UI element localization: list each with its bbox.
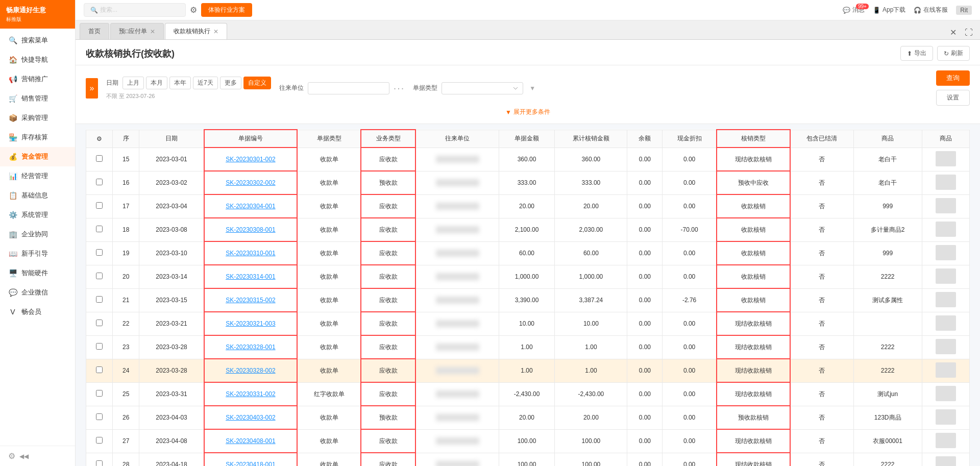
filter-expand-button[interactable]: » [86, 78, 98, 99]
bill-no-link[interactable]: SK-20230328-002 [226, 367, 275, 374]
tab-receipt-exec[interactable]: 收款核销执行 ✕ [165, 23, 227, 39]
bill-no-link[interactable]: SK-20230321-003 [226, 320, 275, 327]
bill-no-link[interactable]: SK-20230315-002 [226, 297, 275, 304]
sidebar-item-enterprise[interactable]: 🏢企业协同 [0, 225, 75, 244]
bill-no-link[interactable]: SK-20230408-001 [226, 437, 275, 445]
date-7days[interactable]: 近7天 [193, 77, 218, 89]
cell-bill-amount: 10.00 [499, 312, 555, 335]
cell-product: 衣服00001 [853, 429, 922, 453]
partner-filter-input[interactable] [308, 82, 389, 94]
table-row[interactable]: 20 2023-03-14 SK-20230314-001 收款单 应收款 ██… [86, 265, 970, 288]
cell-checkbox[interactable] [86, 148, 113, 171]
table-row[interactable]: 16 2023-03-02 SK-20230302-002 收款单 预收款 ██… [86, 171, 970, 194]
cell-balance: 0.00 [627, 382, 663, 406]
settings-icon[interactable]: ⚙ [8, 451, 15, 461]
cell-checkbox[interactable] [86, 194, 113, 218]
date-more[interactable]: 更多 [220, 77, 241, 89]
sidebar-item-marketing[interactable]: 📢营销推广 [0, 69, 75, 89]
date-custom[interactable]: 自定义 [243, 77, 271, 89]
col-settings-header[interactable]: ⚙ [86, 130, 113, 148]
table-row[interactable]: 15 2023-03-01 SK-20230301-002 收款单 应收款 ██… [86, 148, 970, 171]
cell-checkbox[interactable] [86, 406, 113, 429]
cell-checkbox[interactable] [86, 171, 113, 194]
table-row[interactable]: 18 2023-03-08 SK-20230308-001 收款单 应收款 ██… [86, 218, 970, 241]
table-row[interactable]: 26 2023-04-03 SK-20230403-002 收款单 预收款 ██… [86, 406, 970, 429]
cell-checkbox[interactable] [86, 218, 113, 241]
tab-expand-button[interactable]: ⛶ [962, 27, 976, 38]
tab-pre-receipt[interactable]: 预□应付单 ✕ [110, 23, 164, 39]
sidebar-item-purchase[interactable]: 📦采购管理 [0, 108, 75, 128]
tab-home[interactable]: 首页 [80, 23, 109, 39]
bill-no-link[interactable]: SK-20230310-001 [226, 250, 275, 257]
table-row[interactable]: 22 2023-03-21 SK-20230321-003 收款单 应收款 ██… [86, 312, 970, 335]
cell-checkbox[interactable] [86, 265, 113, 288]
expand-more-btn[interactable]: ▼ 展开更多条件 [86, 106, 970, 118]
tab-close-button[interactable]: ✕ [947, 27, 960, 38]
table-row[interactable]: 27 2023-04-08 SK-20230408-001 收款单 应收款 ██… [86, 429, 970, 453]
cell-partner: ██████████ [415, 171, 499, 194]
cell-cum-cancel: 1.00 [555, 335, 627, 359]
table-row[interactable]: 24 2023-03-28 SK-20230328-002 收款单 应收款 ██… [86, 359, 970, 382]
sidebar-item-guide[interactable]: 📖新手引导 [0, 244, 75, 263]
cell-checkbox[interactable] [86, 241, 113, 265]
messages-item[interactable]: 💬 消息 99+ [843, 6, 865, 14]
refresh-button[interactable]: ↻ 刷新 [937, 46, 970, 61]
table-row[interactable]: 17 2023-03-04 SK-20230304-001 收款单 应收款 ██… [86, 194, 970, 218]
bill-no-link[interactable]: SK-20230328-001 [226, 344, 275, 351]
cell-checkbox[interactable] [86, 382, 113, 406]
industry-solution-button[interactable]: 体验行业方案 [201, 3, 252, 17]
sidebar-item-wechat[interactable]: 💬企业微信 [0, 283, 75, 302]
table-row[interactable]: 23 2023-03-28 SK-20230328-001 收款单 应收款 ██… [86, 335, 970, 359]
table-row[interactable]: 28 2023-04-18 SK-20230418-001 收款单 应收款 ██… [86, 453, 970, 466]
cell-checkbox[interactable] [86, 359, 113, 382]
setting-button[interactable]: 设置 [936, 90, 970, 106]
sidebar-item-finance[interactable]: 💰资金管理 [0, 147, 75, 166]
bill-no-link[interactable]: SK-20230403-002 [226, 414, 275, 421]
topbar-gear-icon[interactable]: ⚙ [190, 5, 197, 15]
query-button[interactable]: 查询 [936, 70, 970, 86]
cell-biz-type: 应收款 [361, 335, 415, 359]
col-include-settled-header: 包含已结清 [790, 130, 854, 148]
bill-no-link[interactable]: SK-20230302-002 [226, 179, 275, 186]
online-service-item[interactable]: 🎧 在线客服 [914, 6, 948, 14]
cell-balance: 0.00 [627, 453, 663, 466]
cell-product: 999 [853, 194, 922, 218]
table-row[interactable]: 21 2023-03-15 SK-20230315-002 收款单 应收款 ██… [86, 288, 970, 312]
date-this-month[interactable]: 本月 [146, 77, 167, 89]
sidebar-item-quick-nav[interactable]: 🏠快捷导航 [0, 50, 75, 69]
sidebar-item-inventory[interactable]: 🏪库存核算 [0, 128, 75, 147]
sidebar-item-hardware[interactable]: 🖥️智能硬件 [0, 263, 75, 283]
export-button[interactable]: ⬆ 导出 [900, 46, 933, 61]
cell-checkbox[interactable] [86, 312, 113, 335]
date-this-year[interactable]: 本年 [169, 77, 191, 89]
bill-no-link[interactable]: SK-20230308-001 [226, 226, 275, 233]
sidebar-item-system[interactable]: ⚙️系统管理 [0, 205, 75, 225]
cell-balance: 0.00 [627, 335, 663, 359]
table-row[interactable]: 25 2023-03-31 SK-20230331-002 红字收款单 应收款 … [86, 382, 970, 406]
cell-seq: 19 [112, 241, 139, 265]
sidebar-item-basic-info[interactable]: 📋基础信息 [0, 186, 75, 205]
tab-pre-receipt-close[interactable]: ✕ [150, 28, 155, 35]
bill-no-link[interactable]: SK-20230304-001 [226, 203, 275, 210]
bill-no-link[interactable]: SK-20230331-002 [226, 390, 275, 398]
sidebar-item-sales[interactable]: 🛒销售管理 [0, 89, 75, 108]
cell-checkbox[interactable] [86, 453, 113, 466]
date-prev-month[interactable]: 上月 [122, 77, 144, 89]
sidebar-item-member[interactable]: V畅会员 [0, 302, 75, 322]
cell-checkbox[interactable] [86, 429, 113, 453]
bill-type-select[interactable] [442, 82, 523, 94]
cell-include-settled: 否 [790, 359, 854, 382]
table-row[interactable]: 19 2023-03-10 SK-20230310-001 收款单 应收款 ██… [86, 241, 970, 265]
bill-no-link[interactable]: SK-20230418-001 [226, 461, 275, 466]
cell-product2 [922, 265, 969, 288]
cell-checkbox[interactable] [86, 335, 113, 359]
cell-checkbox[interactable] [86, 288, 113, 312]
collapse-icon[interactable]: ◀◀ [19, 453, 29, 460]
sidebar-item-operations[interactable]: 📊经营管理 [0, 166, 75, 186]
bill-no-link[interactable]: SK-20230301-002 [226, 156, 275, 163]
tab-receipt-exec-close[interactable]: ✕ [213, 28, 218, 35]
user-profile[interactable]: Rit [956, 6, 972, 15]
bill-no-link[interactable]: SK-20230314-001 [226, 273, 275, 280]
sidebar-item-search-menu[interactable]: 🔍搜索菜单 [0, 31, 75, 50]
app-download-item[interactable]: 📱 App下载 [873, 6, 905, 14]
